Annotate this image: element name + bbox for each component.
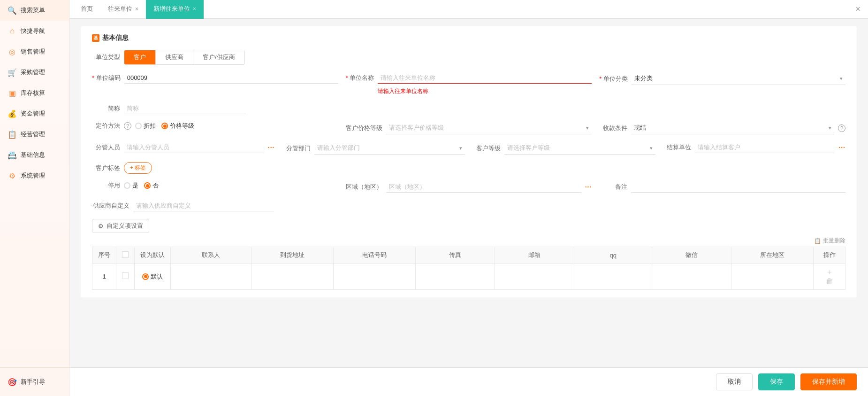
unit-category-value: 未分类	[634, 74, 653, 83]
customer-level-select[interactable]: 请选择客户等级 ▾	[504, 142, 655, 155]
col-qq: qq	[574, 247, 652, 264]
row-select-checkbox[interactable]	[122, 272, 129, 279]
supplier-custom-input[interactable]	[133, 200, 274, 211]
row-contact-input[interactable]	[176, 271, 245, 282]
abbr-row: 简称	[92, 103, 845, 114]
abbr-group: 简称	[92, 103, 845, 114]
content-area: 基 基本信息 单位类型 客户 供应商 客户/供应商 单位编码	[69, 19, 868, 367]
region-input[interactable]	[386, 181, 581, 193]
customer-price-level-select[interactable]: 请选择客户价格等级 ▾	[386, 122, 592, 134]
sidebar-item-operations[interactable]: 📋 经营管理	[0, 124, 69, 145]
department-select[interactable]: 请输入分管部门 ▾	[314, 142, 465, 155]
add-tag-button[interactable]: + 标签	[124, 162, 152, 174]
type-btn-both[interactable]: 客户/供应商	[193, 50, 244, 64]
customer-tag-label: 客户标签	[92, 164, 120, 172]
pricing-discount-label: 折扣	[144, 122, 156, 130]
tab-home[interactable]: 首页	[73, 0, 100, 19]
billing-unit-more-icon[interactable]: ···	[838, 144, 845, 151]
supplier-custom-label: 供应商自定义	[92, 202, 129, 210]
disabled-no-option[interactable]: 否	[144, 181, 159, 190]
tab-contacts-close[interactable]: ×	[135, 6, 138, 12]
unit-name-label: 单位名称	[346, 74, 374, 82]
unit-name-input[interactable]	[378, 72, 592, 84]
row-phone-input[interactable]	[339, 271, 410, 282]
manager-more-icon[interactable]: ···	[268, 144, 275, 151]
payment-terms-select[interactable]: 现结 ▾	[631, 122, 834, 134]
sidebar-item-basic-info[interactable]: 📇 基础信息	[0, 145, 69, 165]
abbr-input[interactable]	[124, 103, 246, 114]
custom-settings-gear-icon: ⚙	[98, 223, 104, 230]
row-region-input[interactable]	[737, 271, 807, 282]
type-btn-supplier[interactable]: 供应商	[156, 50, 193, 64]
select-all-checkbox[interactable]	[122, 251, 129, 258]
billing-unit-label: 结算单位	[663, 143, 691, 152]
payment-help-icon[interactable]: ?	[838, 124, 845, 132]
sidebar-item-search[interactable]: 🔍 搜索菜单	[0, 0, 69, 21]
unit-name-error: 请输入往来单位名称	[346, 87, 428, 95]
tag-row: 客户标签 + 标签	[92, 162, 845, 174]
table-header-row: 序号 设为默认 联系人 到货地址 电话号码 传真 邮箱 qq 微信 所在地区 操…	[92, 247, 845, 264]
tab-new-contact[interactable]: 新增往来单位 ×	[146, 0, 204, 19]
billing-unit-input[interactable]	[695, 142, 835, 153]
disabled-no-radio[interactable]	[144, 182, 151, 189]
row-address-input[interactable]	[257, 271, 327, 282]
row-fax-input[interactable]	[421, 271, 489, 282]
disabled-yes-radio[interactable]	[124, 182, 130, 189]
row-add-icon[interactable]: ＋	[824, 268, 835, 276]
save-button[interactable]: 保存	[758, 373, 795, 390]
billing-unit-group: 结算单位 ···	[663, 142, 846, 153]
row-wechat-input[interactable]	[658, 271, 725, 282]
pricing-help-icon[interactable]: ?	[124, 122, 131, 130]
row-default-option[interactable]: 默认	[140, 272, 165, 281]
pricing-discount-radio[interactable]	[135, 123, 142, 129]
window-close-button[interactable]: ×	[852, 4, 864, 14]
finance-icon: 💰	[8, 109, 17, 118]
sidebar-item-new-guide[interactable]: 🎯 新手引导	[0, 372, 69, 392]
unit-name-group: 单位名称 请输入往来单位名称	[346, 72, 592, 95]
tab-contacts-label: 往来单位	[108, 5, 132, 13]
section-title-icon: 基	[92, 34, 99, 42]
cancel-button[interactable]: 取消	[716, 373, 753, 390]
unit-category-label: 单位分类	[599, 75, 628, 83]
custom-settings-button[interactable]: ⚙ 自定义项设置	[92, 219, 149, 233]
manager-input[interactable]	[124, 142, 264, 153]
disabled-label: 停用	[92, 181, 120, 190]
department-placeholder: 请输入分管部门	[317, 144, 360, 152]
sidebar-search-label: 搜索菜单	[21, 6, 45, 15]
unit-category-select[interactable]: 未分类 ▾	[632, 72, 845, 85]
note-input[interactable]	[631, 181, 845, 193]
supplier-custom-group: 供应商自定义	[92, 200, 845, 211]
region-more-icon[interactable]: ···	[585, 183, 592, 191]
tab-contacts[interactable]: 往来单位 ×	[100, 0, 146, 19]
note-group: 备注	[599, 181, 845, 193]
pricing-price-level-option[interactable]: 价格等级	[161, 122, 194, 130]
batch-delete-area[interactable]: 📋 批量删除	[92, 237, 845, 245]
unit-code-input[interactable]	[124, 72, 338, 84]
row-email-input[interactable]	[501, 271, 568, 282]
sidebar-item-sales[interactable]: ◎ 销售管理	[0, 41, 69, 62]
save-and-new-button[interactable]: 保存并新增	[800, 373, 857, 390]
tab-new-contact-close[interactable]: ×	[193, 6, 196, 12]
col-phone: 电话号码	[334, 247, 416, 264]
type-btn-customer[interactable]: 客户	[124, 50, 156, 64]
customer-price-level-group: 客户价格等级 请选择客户价格等级 ▾	[346, 122, 592, 134]
pricing-price-level-radio[interactable]	[161, 123, 168, 129]
row-default-radio[interactable]	[142, 273, 149, 280]
row-delete-icon[interactable]: 🗑	[824, 277, 835, 285]
sales-icon: ◎	[8, 47, 17, 56]
sidebar-item-system[interactable]: ⚙ 系统管理	[0, 165, 69, 186]
payment-terms-group: 收款条件 现结 ▾ ?	[599, 122, 845, 134]
sidebar-item-quick-nav[interactable]: ⌂ 快捷导航	[0, 21, 69, 41]
department-chevron: ▾	[459, 145, 462, 151]
customer-level-chevron: ▾	[650, 145, 653, 151]
col-region: 所在地区	[731, 247, 814, 264]
sidebar-item-finance[interactable]: 💰 资金管理	[0, 103, 69, 124]
row-qq-input[interactable]	[580, 271, 646, 282]
section-title: 基 基本信息	[92, 34, 845, 42]
sidebar-item-inventory[interactable]: ▣ 库存核算	[0, 83, 69, 103]
pricing-discount-option[interactable]: 折扣	[135, 122, 156, 130]
purchase-icon: 🛒	[8, 68, 17, 77]
sidebar-item-purchase[interactable]: 🛒 采购管理	[0, 62, 69, 83]
section-title-text: 基本信息	[102, 34, 129, 42]
disabled-yes-option[interactable]: 是	[124, 181, 138, 190]
